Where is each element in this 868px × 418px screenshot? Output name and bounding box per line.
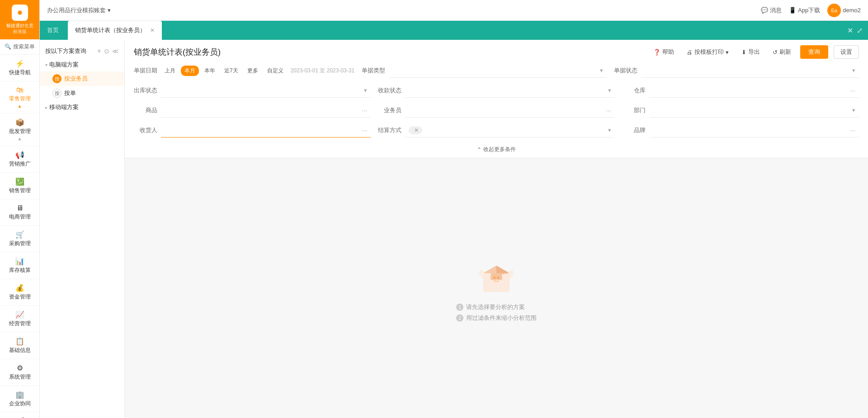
consignee-dots[interactable]: ···: [362, 127, 367, 134]
sidebar-item-corp[interactable]: 🏢 企业协同: [0, 386, 39, 413]
app-download-icon: 📱: [789, 7, 796, 14]
filter-stock-status: 出库状态 ▾: [134, 83, 371, 98]
sidebar-item-corp-label: 企业协同: [9, 400, 31, 408]
date-tab-more[interactable]: 更多: [244, 66, 262, 76]
sidebar-item-finance-label: 资金管理: [9, 293, 31, 301]
export-btn[interactable]: ⬇ 导出: [738, 46, 764, 58]
sidebar-item-inventory[interactable]: 📊 库存核算: [0, 252, 39, 279]
goods-field[interactable]: ···: [161, 103, 371, 118]
collapse-panel-btn[interactable]: ≪: [112, 48, 119, 55]
settings-label: 设置: [840, 48, 852, 55]
sidebar-logo[interactable]: 畅捷通好生意 标准版: [0, 0, 40, 39]
settings-btn[interactable]: 设置: [834, 45, 859, 59]
query-btn[interactable]: 查询: [800, 45, 828, 59]
warehouse-dots[interactable]: ···: [850, 87, 855, 94]
breadcrumb-chevron: ▾: [108, 7, 111, 14]
sidebar-item-system[interactable]: ⚙ 系统管理: [0, 359, 39, 386]
sidebar-quick-nav[interactable]: ⚡ 快捷导航: [0, 55, 39, 81]
app-download-btn[interactable]: 📱 App下载: [789, 6, 820, 14]
sidebar-item-system-label: 系统管理: [9, 373, 31, 381]
export-label: 导出: [748, 48, 760, 56]
tab-sales-stat[interactable]: 销货单统计表（按业务员） ✕: [68, 21, 162, 40]
doc-status-select[interactable]: ▾: [641, 63, 859, 78]
refresh-icon: ↺: [773, 49, 778, 56]
sidebar-item-basic[interactable]: 📋 基础信息: [0, 332, 39, 359]
doc-status-label: 单据状态: [614, 66, 637, 75]
svg-point-6: [493, 276, 495, 279]
tree-sub-salesperson[interactable]: 按 按业务员: [40, 71, 124, 86]
settings-scheme-btn[interactable]: ⊙: [104, 48, 109, 55]
tabbar: 首页 销货单统计表（按业务员） ✕ ✕ ⤢: [40, 21, 868, 40]
dept-select[interactable]: ▾: [649, 103, 859, 118]
user-profile[interactable]: Ea demo2: [827, 4, 861, 17]
left-panel-title: 按以下方案查询: [45, 47, 86, 55]
salesperson-label: 业务员: [378, 106, 401, 114]
page-header-actions: ❓ 帮助 🖨 按模板打印 ▾ ⬇ 导出 ↺: [650, 45, 859, 59]
filter-row-2: 出库状态 ▾ 收款状态 ▾: [134, 83, 859, 98]
content-area: 按以下方案查询 + ⊙ ≪ ▾ 电脑端方案 按 按业务员 按 按单 ▸: [40, 40, 868, 418]
refresh-btn[interactable]: ↺ 刷新: [769, 46, 795, 58]
help-btn[interactable]: ❓ 帮助: [650, 46, 678, 58]
filter-row-4: 收货人 ··· 结算方式 ✕: [134, 123, 859, 138]
sidebar-item-retail[interactable]: 🛍 零售管理 ▲: [0, 81, 39, 114]
sidebar-item-ecommerce[interactable]: 🖥 电商管理: [0, 200, 39, 226]
tree-sub-order[interactable]: 按 按单: [40, 86, 124, 100]
tab-sales-stat-label: 销货单统计表（按业务员）: [75, 26, 146, 34]
print-icon: 🖨: [687, 49, 693, 56]
tree-chevron-mobile: ▸: [45, 105, 47, 110]
brand-field[interactable]: ···: [649, 123, 859, 138]
query-label: 查询: [808, 48, 820, 55]
receive-status-label: 收款状态: [378, 86, 401, 95]
sidebar-search[interactable]: 🔍 搜索菜单: [0, 39, 39, 55]
tab-close-all-btn[interactable]: ✕: [847, 26, 853, 35]
hint-text-1: 请先选择要分析的方案: [466, 303, 525, 311]
tree-item-mobile[interactable]: ▸ 移动端方案: [40, 100, 124, 114]
filter-consignee: 收货人 ···: [134, 123, 371, 138]
date-tab-this-month[interactable]: 本月: [181, 66, 199, 76]
page-title: 销货单统计表(按业务员): [134, 47, 221, 57]
sidebar-item-purchase[interactable]: 🛒 采购管理: [0, 226, 39, 252]
add-scheme-btn[interactable]: +: [97, 47, 101, 55]
sidebar-item-sales[interactable]: 💹 销售管理: [0, 173, 39, 200]
date-tab-7days[interactable]: 近7天: [221, 66, 242, 76]
print-btn[interactable]: 🖨 按模板打印 ▾: [683, 46, 732, 58]
tab-home[interactable]: 首页: [40, 21, 66, 40]
brand-dots[interactable]: ···: [850, 127, 855, 134]
date-tab-last-month[interactable]: 上月: [161, 66, 179, 76]
receive-status-select[interactable]: ▾: [405, 83, 615, 98]
empty-hints: 1 请先选择要分析的方案 2 用过滤条件来缩小分析范围: [456, 303, 537, 322]
settlement-clear-btn[interactable]: ✕: [414, 127, 419, 133]
sidebar-item-operation[interactable]: 📈 经营管理: [0, 306, 39, 332]
left-panel-header: 按以下方案查询 + ⊙ ≪: [40, 44, 124, 58]
collapse-bar[interactable]: ⌃ 收起更多条件: [134, 143, 859, 156]
settlement-label: 结算方式: [378, 126, 401, 134]
svg-point-7: [497, 276, 500, 279]
tree-item-pc[interactable]: ▾ 电脑端方案: [40, 58, 124, 71]
filter-brand: 品牌 ···: [622, 123, 859, 138]
salesperson-dots[interactable]: ···: [606, 107, 611, 114]
sidebar-item-finance[interactable]: 💰 资金管理: [0, 279, 39, 306]
message-btn[interactable]: 💬 消息: [761, 6, 782, 14]
goods-dots[interactable]: ···: [362, 107, 367, 114]
consignee-field[interactable]: ···: [161, 123, 371, 138]
breadcrumb-dropdown[interactable]: 办公用品行业模拟账套 ▾: [47, 6, 111, 14]
stock-status-select[interactable]: ▾: [161, 83, 371, 98]
tab-close-btn[interactable]: ✕: [150, 27, 155, 33]
salesperson-field[interactable]: ···: [405, 103, 615, 118]
warehouse-field[interactable]: ···: [649, 83, 859, 98]
sidebar-item-wholesale[interactable]: 📦 批发管理 ▲: [0, 114, 39, 146]
sidebar-item-newbie[interactable]: 🚀 新手引导: [0, 413, 39, 418]
tab-expand-btn[interactable]: ⤢: [857, 26, 863, 35]
filter-salesperson: 业务员 ···: [378, 103, 615, 118]
main-area: 办公用品行业模拟账套 ▾ 💬 消息 📱 App下载 Ea demo2 首页: [40, 0, 868, 418]
sidebar-item-marketing[interactable]: 📢 营销推广: [0, 146, 39, 173]
order-scheme-icon: 按: [52, 89, 61, 98]
settlement-select[interactable]: ✕ ▾: [405, 123, 615, 138]
topbar-right: 💬 消息 📱 App下载 Ea demo2: [761, 4, 861, 17]
date-tab-custom[interactable]: 自定义: [264, 66, 287, 76]
doc-type-select[interactable]: ▾: [389, 63, 607, 78]
filter-row-1: 单据日期 上月 本月 本年 近7天 更多 自定义 2023-03-01 至 20…: [134, 63, 859, 78]
date-tab-this-year[interactable]: 本年: [201, 66, 219, 76]
filter-row-3: 商品 ··· 业务员 ···: [134, 103, 859, 118]
page-header-top: 销货单统计表(按业务员) ❓ 帮助 🖨 按模板打印 ▾ ⬇: [134, 45, 859, 59]
